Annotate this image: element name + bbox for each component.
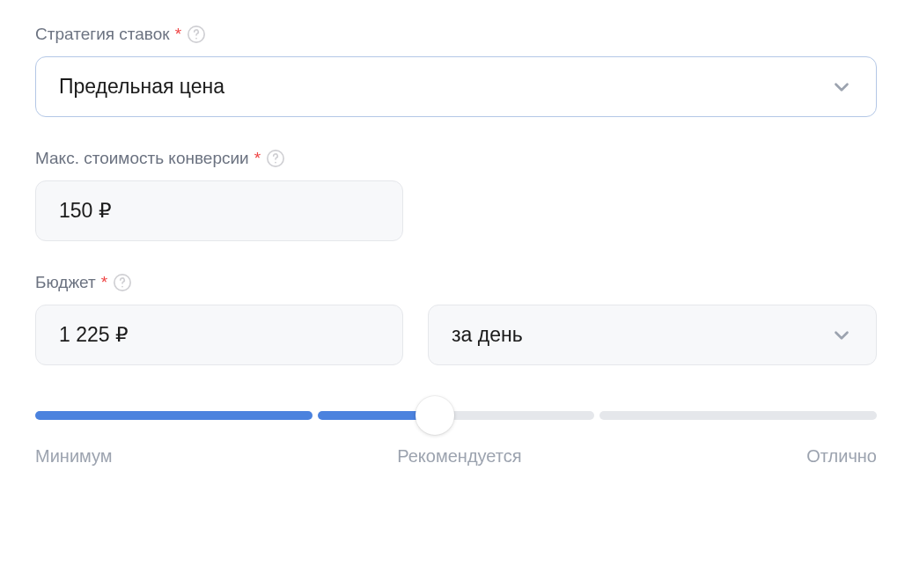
svg-point-5 — [121, 286, 123, 288]
budget-row: 1 225 ₽ за день — [35, 305, 877, 365]
slider-segment-mid — [318, 411, 595, 420]
help-icon[interactable] — [113, 273, 132, 292]
strategy-field: Стратегия ставок * Предельная цена — [35, 25, 877, 117]
strategy-label: Стратегия ставок — [35, 25, 170, 44]
chevron-down-icon — [830, 324, 853, 347]
strategy-label-row: Стратегия ставок * — [35, 25, 877, 44]
budget-input[interactable]: 1 225 ₽ — [35, 305, 403, 365]
budget-slider[interactable]: Минимум Рекомендуется Отлично — [35, 411, 877, 467]
budget-label: Бюджет — [35, 273, 96, 292]
help-icon[interactable] — [266, 149, 285, 168]
max-cost-label: Макс. стоимость конверсии — [35, 149, 249, 168]
slider-segment-max — [599, 411, 877, 420]
required-asterisk: * — [254, 149, 261, 168]
max-cost-value: 150 ₽ — [59, 199, 112, 222]
slider-thumb[interactable] — [416, 396, 454, 435]
budget-period-value: за день — [452, 323, 523, 347]
strategy-value: Предельная цена — [59, 75, 224, 99]
budget-period-select[interactable]: за день — [428, 305, 877, 365]
budget-value: 1 225 ₽ — [59, 323, 129, 346]
budget-label-row: Бюджет * — [35, 273, 877, 292]
slider-segment-min — [35, 411, 313, 420]
slider-label-mid: Рекомендуется — [397, 446, 521, 467]
budget-field: Бюджет * 1 225 ₽ за день — [35, 273, 877, 365]
slider-label-min: Минимум — [35, 446, 113, 467]
strategy-select[interactable]: Предельная цена — [35, 56, 877, 117]
help-icon[interactable] — [187, 25, 206, 44]
slider-labels: Минимум Рекомендуется Отлично — [35, 446, 877, 467]
slider-label-max: Отлично — [806, 446, 877, 467]
chevron-down-icon — [830, 76, 853, 99]
max-cost-field: Макс. стоимость конверсии * 150 ₽ — [35, 149, 877, 241]
svg-point-3 — [275, 162, 276, 164]
max-cost-label-row: Макс. стоимость конверсии * — [35, 149, 877, 168]
required-asterisk: * — [175, 25, 181, 44]
svg-point-1 — [195, 38, 197, 40]
slider-track — [35, 411, 877, 420]
max-cost-input[interactable]: 150 ₽ — [35, 180, 403, 241]
required-asterisk: * — [101, 273, 107, 292]
